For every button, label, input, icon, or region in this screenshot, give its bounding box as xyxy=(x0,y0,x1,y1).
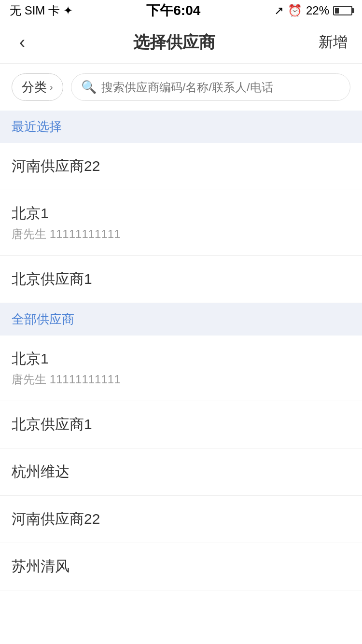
all-list-item[interactable]: 河南供应商22 xyxy=(0,496,362,543)
search-icon: 🔍 xyxy=(81,80,97,95)
all-section-header: 全部供应商 xyxy=(0,303,362,336)
page-title: 选择供应商 xyxy=(133,31,215,54)
list-item-name: 河南供应商22 xyxy=(12,509,350,529)
list-item-sub: 唐先生 11111111111 xyxy=(12,226,350,242)
back-button[interactable]: ‹ xyxy=(14,28,30,57)
nav-bar: ‹ 选择供应商 新增 xyxy=(0,21,362,64)
chevron-right-icon: › xyxy=(50,82,53,93)
all-list-item[interactable]: 杭州维达 xyxy=(0,448,362,496)
status-bar: 无 SIM 卡 ✦ 下午6:04 ↗ ⏰ 22% xyxy=(0,0,362,21)
all-list: 北京1唐先生 11111111111北京供应商1杭州维达河南供应商22苏州清风 xyxy=(0,336,362,590)
battery-fill xyxy=(335,8,339,14)
recent-list-item[interactable]: 北京供应商1 xyxy=(0,256,362,303)
recent-section-label: 最近选择 xyxy=(12,119,62,134)
list-item-sub: 唐先生 11111111111 xyxy=(12,372,350,387)
recent-section-header: 最近选择 xyxy=(0,111,362,143)
status-time: 下午6:04 xyxy=(146,1,200,20)
sim-status: 无 SIM 卡 ✦ xyxy=(10,3,73,18)
recent-list-item[interactable]: 北京1唐先生 11111111111 xyxy=(0,190,362,256)
search-input[interactable] xyxy=(101,81,340,94)
battery-percent: 22% xyxy=(306,4,329,17)
all-list-item[interactable]: 苏州清风 xyxy=(0,543,362,590)
search-box: 🔍 xyxy=(71,73,350,101)
add-button[interactable]: 新增 xyxy=(319,32,348,52)
recent-list-item[interactable]: 河南供应商22 xyxy=(0,143,362,190)
list-item-name: 河南供应商22 xyxy=(12,156,350,176)
filter-bar: 分类 › 🔍 xyxy=(0,64,362,111)
list-item-name: 杭州维达 xyxy=(12,462,350,482)
list-item-name: 北京1 xyxy=(12,349,350,369)
recent-list: 河南供应商22北京1唐先生 11111111111北京供应商1 xyxy=(0,143,362,303)
status-right: ↗ ⏰ 22% xyxy=(274,4,352,17)
location-icon: ↗ xyxy=(274,4,284,17)
list-item-name: 北京供应商1 xyxy=(12,415,350,434)
category-label: 分类 xyxy=(22,79,47,96)
list-item-name: 苏州清风 xyxy=(12,557,350,576)
list-item-name: 北京供应商1 xyxy=(12,269,350,289)
all-list-item[interactable]: 北京1唐先生 11111111111 xyxy=(0,336,362,401)
category-filter-button[interactable]: 分类 › xyxy=(12,73,63,101)
all-list-item[interactable]: 北京供应商1 xyxy=(0,401,362,448)
alarm-icon: ⏰ xyxy=(288,4,302,17)
all-section-label: 全部供应商 xyxy=(12,312,74,326)
list-item-name: 北京1 xyxy=(12,204,350,224)
battery-icon xyxy=(333,6,352,15)
status-left: 无 SIM 卡 ✦ xyxy=(10,3,73,18)
